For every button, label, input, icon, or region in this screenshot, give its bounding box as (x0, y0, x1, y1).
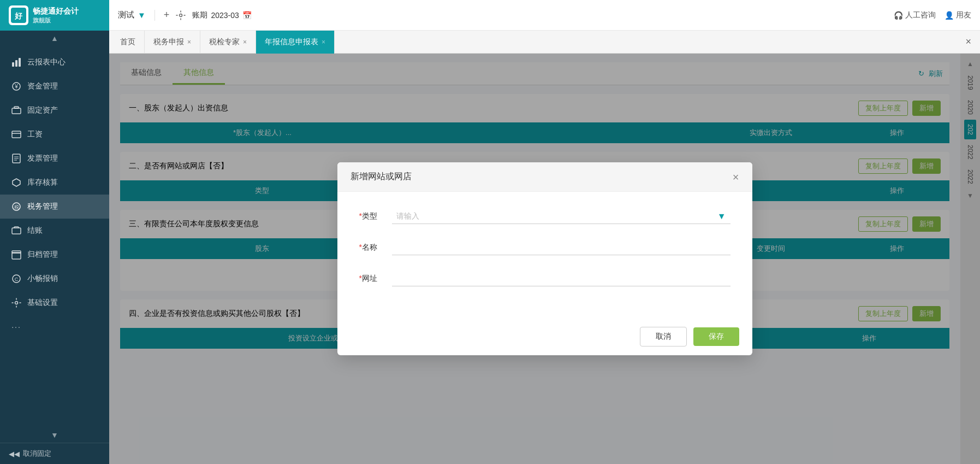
svg-point-22 (15, 302, 18, 304)
name-required-mark: * (359, 243, 362, 251)
tab-tax-inspection[interactable]: 税检专家 × (200, 31, 256, 54)
sidebar-item-label: 资金管理 (27, 81, 58, 91)
app-logo: 好 畅捷通好会计 旗舰版 (0, 0, 109, 31)
tab-home-label: 首页 (120, 37, 135, 47)
sidebar-item-label: 基础设置 (27, 298, 58, 308)
settings-button[interactable] (176, 10, 186, 20)
dialog-overlay: 新增网站或网店 × *类型 ▼ (109, 54, 980, 464)
svg-rect-19 (12, 251, 21, 253)
tab-close-annual-report[interactable]: × (322, 38, 325, 46)
cancel-button[interactable]: 取消 (640, 327, 687, 346)
dialog-title: 新增网站或网店 (351, 171, 412, 183)
sidebar-item-label: 结账 (27, 226, 43, 236)
sidebar-item-label: 归档管理 (27, 250, 58, 260)
headset-icon: 🎧 (894, 11, 903, 20)
svg-rect-3 (15, 60, 17, 67)
tab-close-tax-inspection[interactable]: × (243, 38, 247, 46)
sidebar-item-tax-mgmt[interactable]: 税 税务管理 (0, 195, 109, 219)
app-name: 畅捷通好会计 (33, 6, 79, 16)
sidebar-item-label: 工资 (27, 130, 43, 139)
pin-icon: ◀◀ (9, 450, 20, 458)
sidebar-scroll-up[interactable]: ▲ (0, 31, 109, 46)
add-website-dialog: 新增网站或网店 × *类型 ▼ (337, 162, 752, 355)
inventory-icon (11, 177, 22, 188)
user-icon: 👤 (945, 11, 954, 20)
tab-annual-report[interactable]: 年报信息申报表 × (256, 31, 335, 54)
sidebar-item-label: 固定资产 (27, 105, 58, 115)
topbar-divider (155, 10, 155, 21)
main-area: 测试 ▼ + 账期 2023-03 📅 🎧 人工咨询 👤 用友 (109, 0, 980, 464)
more-icon: ··· (11, 321, 22, 332)
type-form-field: *类型 ▼ (359, 208, 730, 224)
save-button[interactable]: 保存 (693, 327, 739, 346)
dialog-close-button[interactable]: × (733, 172, 739, 183)
app-subtitle: 旗舰版 (33, 16, 79, 25)
logo-icon: 好 (9, 5, 28, 25)
pin-button[interactable]: ◀◀ 取消固定 (9, 449, 100, 459)
sidebar-item-payroll[interactable]: 工资 (0, 122, 109, 146)
sidebar-item-inventory[interactable]: 库存核算 (0, 171, 109, 195)
company-name: 测试 (118, 10, 134, 20)
sidebar-item-cloud-report[interactable]: 云报表中心 (0, 50, 109, 74)
svg-text:¥: ¥ (14, 84, 18, 90)
user-button[interactable]: 👤 用友 (945, 10, 971, 20)
tax-icon: 税 (11, 201, 22, 212)
sidebar-item-fund-mgmt[interactable]: ¥ 资金管理 (0, 74, 109, 98)
dialog-footer: 取消 保存 (337, 318, 752, 355)
svg-text:税: 税 (14, 204, 19, 210)
tab-home[interactable]: 首页 (111, 31, 145, 54)
calendar-icon[interactable]: 📅 (242, 11, 252, 20)
settings-icon (11, 297, 22, 308)
archive-icon (11, 249, 22, 260)
svg-rect-7 (12, 108, 21, 114)
service-label: 人工咨询 (905, 10, 936, 20)
svg-point-23 (180, 14, 182, 16)
type-label: *类型 (359, 212, 392, 221)
asset-icon (11, 105, 22, 116)
sidebar-item-fixed-assets[interactable]: 固定资产 (0, 98, 109, 122)
url-input[interactable] (392, 271, 730, 286)
sidebar-item-archive-mgmt[interactable]: 归档管理 (0, 243, 109, 267)
type-required-mark: * (359, 212, 362, 220)
svg-rect-9 (12, 131, 21, 138)
user-label: 用友 (956, 10, 971, 20)
svg-text:好: 好 (14, 11, 23, 20)
dropdown-icon: ▼ (138, 10, 146, 20)
add-button[interactable]: + (164, 9, 170, 21)
tabs-close-all-button[interactable]: × (959, 36, 978, 48)
chart-icon (11, 57, 22, 68)
url-required-mark: * (359, 274, 362, 283)
period-label: 账期 (192, 10, 207, 20)
invoice-icon (11, 153, 22, 164)
xiaochang-icon: C (11, 273, 22, 284)
type-input[interactable] (392, 208, 730, 224)
tab-tax-declaration[interactable]: 税务申报 × (145, 31, 200, 54)
tab-close-tax-declaration[interactable]: × (187, 38, 191, 46)
type-input-wrapper: ▼ (392, 208, 730, 224)
sidebar-item-base-settings[interactable]: 基础设置 (0, 291, 109, 315)
name-label: *名称 (359, 243, 392, 252)
sidebar-item-more[interactable]: ··· (0, 315, 109, 339)
sidebar-item-label: 库存核算 (27, 178, 58, 187)
sidebar-nav: 云报表中心 ¥ 资金管理 固定资产 工资 (0, 46, 109, 427)
service-button[interactable]: 🎧 人工咨询 (894, 10, 936, 20)
payroll-icon (11, 129, 22, 140)
sidebar-item-checkout[interactable]: 结账 (0, 219, 109, 243)
name-form-field: *名称 (359, 239, 730, 255)
tabs-bar: 首页 税务申报 × 税检专家 × 年报信息申报表 × × (109, 31, 980, 54)
topbar: 测试 ▼ + 账期 2023-03 📅 🎧 人工咨询 👤 用友 (109, 0, 980, 31)
tab-tax-declaration-label: 税务申报 (153, 37, 184, 47)
sidebar: 好 畅捷通好会计 旗舰版 ▲ 云报表中心 ¥ 资金管理 (0, 0, 109, 464)
topbar-right: 🎧 人工咨询 👤 用友 (894, 10, 971, 20)
dialog-header: 新增网站或网店 × (337, 162, 752, 192)
sidebar-item-label: 发票管理 (27, 154, 58, 163)
pin-label: 取消固定 (23, 449, 51, 459)
svg-rect-8 (14, 107, 19, 108)
url-label: *网址 (359, 274, 392, 284)
sidebar-item-invoice-mgmt[interactable]: 发票管理 (0, 146, 109, 171)
sidebar-item-xiaochang[interactable]: C 小畅报销 (0, 267, 109, 291)
sidebar-scroll-down[interactable]: ▼ (0, 427, 109, 443)
svg-text:C: C (15, 277, 19, 282)
name-input[interactable] (392, 239, 730, 255)
company-selector[interactable]: 测试 ▼ (118, 10, 146, 20)
